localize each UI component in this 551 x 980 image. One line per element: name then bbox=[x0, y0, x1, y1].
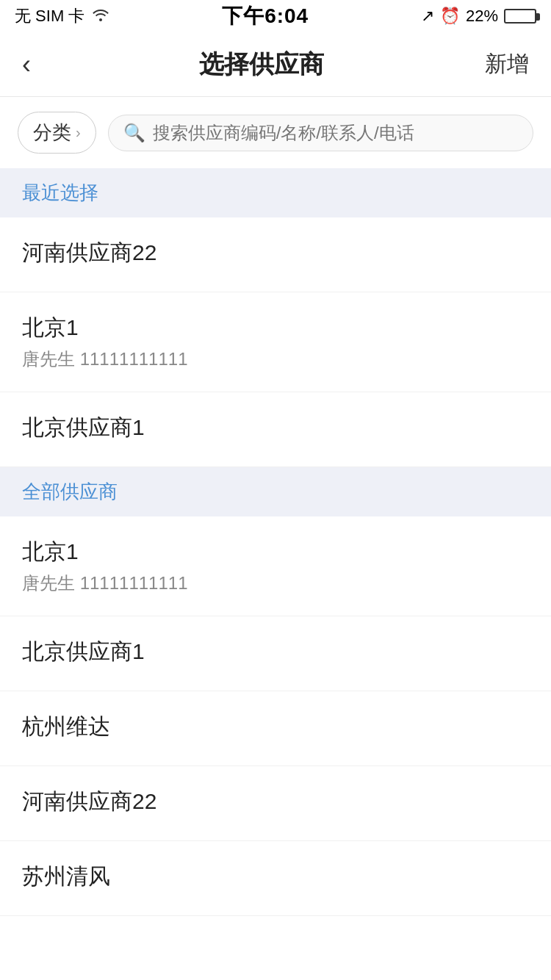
supplier-name: 河南供应商22 bbox=[22, 238, 529, 268]
supplier-list: 最近选择河南供应商22北京1唐先生 11111111111北京供应商1全部供应商… bbox=[0, 168, 551, 916]
list-item[interactable]: 北京供应商1 bbox=[0, 616, 551, 691]
status-right: ↗ ⏰ 22% bbox=[421, 7, 536, 26]
list-item[interactable]: 河南供应商22 bbox=[0, 766, 551, 841]
search-box: 🔍 bbox=[108, 115, 533, 151]
search-icon: 🔍 bbox=[123, 123, 145, 143]
category-label: 分类 bbox=[33, 120, 71, 145]
supplier-contact: 唐先生 11111111111 bbox=[22, 347, 529, 371]
page-title: 选择供应商 bbox=[199, 48, 324, 82]
nav-bar: ‹ 选择供应商 新增 bbox=[0, 32, 551, 97]
supplier-name: 河南供应商22 bbox=[22, 787, 529, 817]
supplier-name: 北京供应商1 bbox=[22, 413, 529, 443]
status-time: 下午6:04 bbox=[222, 2, 309, 30]
location-icon: ↗ bbox=[421, 7, 434, 26]
supplier-contact: 唐先生 11111111111 bbox=[22, 572, 529, 595]
battery-icon bbox=[504, 9, 536, 24]
section-header-all: 全部供应商 bbox=[0, 467, 551, 516]
list-item[interactable]: 杭州维达 bbox=[0, 691, 551, 766]
list-item[interactable]: 北京供应商1 bbox=[0, 392, 551, 467]
supplier-name: 北京供应商1 bbox=[22, 637, 529, 667]
filter-bar: 分类 › 🔍 bbox=[0, 97, 551, 168]
list-item[interactable]: 苏州清风 bbox=[0, 841, 551, 916]
list-item[interactable]: 河南供应商22 bbox=[0, 217, 551, 292]
status-left: 无 SIM 卡 bbox=[15, 5, 109, 27]
search-input[interactable] bbox=[153, 123, 518, 143]
wifi-icon bbox=[92, 7, 109, 26]
status-bar: 无 SIM 卡 下午6:04 ↗ ⏰ 22% bbox=[0, 0, 551, 32]
list-item[interactable]: 北京1唐先生 11111111111 bbox=[0, 292, 551, 392]
back-button[interactable]: ‹ bbox=[15, 42, 38, 87]
supplier-name: 苏州清风 bbox=[22, 862, 529, 892]
section-header-recent: 最近选择 bbox=[0, 168, 551, 217]
no-sim-label: 无 SIM 卡 bbox=[15, 5, 84, 27]
supplier-name: 杭州维达 bbox=[22, 712, 529, 742]
alarm-icon: ⏰ bbox=[440, 7, 460, 26]
category-button[interactable]: 分类 › bbox=[18, 112, 96, 154]
supplier-name: 北京1 bbox=[22, 537, 529, 567]
add-button[interactable]: 新增 bbox=[485, 49, 529, 79]
list-item[interactable]: 北京1唐先生 11111111111 bbox=[0, 516, 551, 616]
supplier-name: 北京1 bbox=[22, 313, 529, 343]
battery-percent: 22% bbox=[466, 7, 498, 26]
chevron-right-icon: › bbox=[76, 124, 81, 141]
